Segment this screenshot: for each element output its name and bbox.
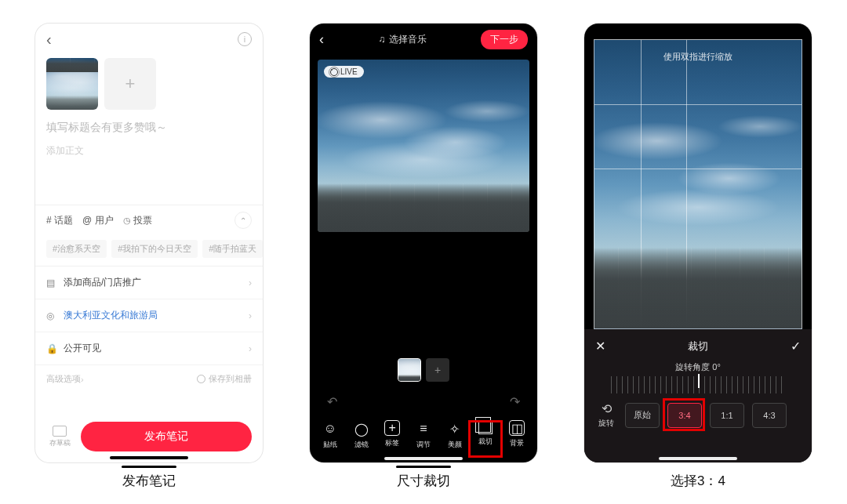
next-button[interactable]: 下一步: [481, 30, 528, 49]
bottom-bar: 存草稿 发布笔记: [35, 414, 263, 462]
tag-icon: +: [384, 420, 400, 436]
crop-canvas[interactable]: 使用双指进行缩放: [594, 39, 802, 329]
row-advanced: 高级选项› 保存到相册: [35, 365, 263, 393]
home-indicator: [384, 457, 463, 460]
collapse-button[interactable]: ⌃: [234, 212, 252, 229]
user-chip[interactable]: @ 用户: [82, 214, 114, 227]
editor-thumbnails: +: [310, 350, 537, 390]
screen-editor: ‹ ♫ 选择音乐 下一步 LIVE + ↶ ↷: [310, 24, 537, 462]
tool-filter[interactable]: ◯滤镜: [347, 420, 376, 450]
caption-s3: 选择3：4: [671, 472, 725, 490]
beauty-icon: ✧: [446, 420, 463, 437]
caption-s2: 尺寸裁切: [397, 472, 450, 490]
redo-button[interactable]: ↷: [510, 394, 520, 409]
tool-tag[interactable]: +标签: [378, 420, 406, 450]
crop-confirm-button[interactable]: ✓: [791, 339, 801, 354]
topic-chip[interactable]: # 话题: [46, 214, 73, 227]
editor-toolbar: ☺贴纸 ◯滤镜 +标签 ≡调节 ✧美颜 裁切 ◫背景: [310, 414, 537, 462]
row-add-goods[interactable]: ▤ 添加商品/门店推广 ›: [35, 267, 263, 299]
image-thumbnails: +: [35, 55, 263, 118]
add-image-button[interactable]: +: [104, 58, 156, 110]
select-music-button[interactable]: ♫ 选择音乐: [324, 33, 481, 46]
crop-hint: 使用双指进行缩放: [594, 51, 802, 63]
home-indicator: [659, 457, 737, 460]
suggestion[interactable]: #随手拍蓝天: [202, 240, 263, 258]
tool-beauty[interactable]: ✧美颜: [441, 420, 469, 450]
rotate-readout: 旋转角度 0°: [595, 361, 801, 373]
thumb-selected[interactable]: [398, 358, 421, 382]
draft-button[interactable]: 存草稿: [46, 426, 73, 448]
publish-button[interactable]: 发布笔记: [81, 422, 252, 451]
tool-bg[interactable]: ◫背景: [503, 420, 531, 450]
nav-bar: ‹ i: [35, 24, 263, 55]
home-indicator: [110, 456, 188, 459]
crop-controls: ✕ 裁切 ✓ 旋转角度 0° ⟲旋转 原始 3:4 1:1 4:3: [584, 329, 812, 462]
highlight-crop-tool: [468, 420, 503, 458]
goods-icon: ▤: [46, 277, 59, 288]
live-icon: [330, 68, 338, 76]
rotate-slider[interactable]: [611, 376, 785, 393]
undo-button[interactable]: ↶: [327, 394, 337, 409]
tool-adjust[interactable]: ≡调节: [409, 420, 438, 450]
tag-toolbar: # 话题 @ 用户 ◷投票 ⌃: [35, 205, 263, 235]
title-input[interactable]: 填写标题会有更多赞哦～: [35, 118, 263, 138]
caption-s1: 发布笔记: [122, 472, 176, 490]
topic-suggestions: #治愈系天空 #我拍下的今日天空 #随手拍蓝天 #蓝天: [35, 235, 263, 267]
chevron-right-icon: ›: [249, 310, 252, 321]
screen-crop: 使用双指进行缩放 ✕ 裁切 ✓ 旋转角度 0° ⟲旋转 原始 3:4: [584, 24, 812, 462]
draft-icon: [53, 426, 67, 437]
rotate-button[interactable]: ⟲旋转: [595, 401, 617, 429]
highlight-ratio-3-4: [663, 398, 705, 431]
chevron-right-icon: ›: [249, 277, 252, 288]
row-location[interactable]: ◎ 澳大利亚文化和旅游局 ›: [35, 299, 263, 332]
ratio-4-3[interactable]: 4:3: [752, 403, 787, 428]
info-icon[interactable]: i: [238, 32, 252, 46]
adjust-icon: ≡: [415, 420, 432, 437]
ratio-1-1[interactable]: 1:1: [710, 403, 744, 428]
filter-icon: ◯: [353, 420, 370, 437]
ratio-row: ⟲旋转 原始 3:4 1:1 4:3: [595, 401, 801, 429]
suggestion[interactable]: #治愈系天空: [46, 240, 107, 258]
screen-publish-note: ‹ i + 填写标题会有更多赞哦～ 添加正文 # 话题 @ 用户 ◷投票 ⌃ #…: [35, 24, 263, 462]
back-button[interactable]: ‹: [46, 31, 52, 49]
ratio-original[interactable]: 原始: [625, 403, 660, 428]
vote-chip[interactable]: ◷投票: [123, 214, 152, 227]
thumbnail-1[interactable]: [46, 58, 98, 110]
undo-redo-row: ↶ ↷: [310, 390, 537, 414]
save-to-album-toggle[interactable]: 保存到相册: [197, 373, 252, 385]
thumb-add-button[interactable]: +: [426, 358, 449, 382]
editor-nav: ‹ ♫ 选择音乐 下一步: [310, 24, 537, 55]
crop-title: 裁切: [688, 339, 708, 354]
suggestion[interactable]: #我拍下的今日天空: [111, 240, 198, 258]
live-badge: LIVE: [324, 66, 364, 78]
rotate-icon: ⟲: [602, 401, 612, 416]
crop-cancel-button[interactable]: ✕: [595, 339, 605, 354]
location-icon: ◎: [46, 310, 59, 321]
tool-sticker[interactable]: ☺贴纸: [316, 420, 344, 450]
lock-icon: 🔒: [46, 343, 59, 354]
row-visibility[interactable]: 🔒 公开可见 ›: [35, 332, 263, 365]
music-icon: ♫: [379, 34, 386, 45]
editor-preview[interactable]: LIVE: [318, 60, 529, 232]
sticker-icon: ☺: [322, 420, 339, 437]
advanced-label[interactable]: 高级选项: [46, 373, 81, 385]
chevron-right-icon: ›: [249, 343, 252, 354]
crop-grid-overlay: [594, 40, 802, 328]
bg-icon: ◫: [509, 420, 525, 436]
body-input[interactable]: 添加正文: [35, 138, 263, 205]
